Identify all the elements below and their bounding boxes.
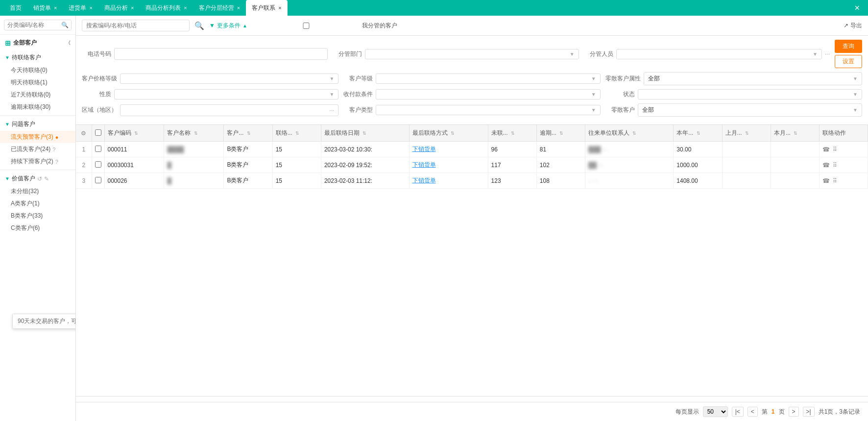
pricelevel-select[interactable]: ▼ (120, 74, 338, 84)
query-button[interactable]: 查询 (835, 40, 862, 53)
sidebar-item-aclass[interactable]: A类客户(1) (0, 198, 75, 210)
sidebar-item-bclass[interactable]: B类客户(33) (0, 210, 75, 222)
sidebar-item-churn-warning[interactable]: 流失预警客户(3) ● (0, 131, 75, 143)
sort-thismonth-icon[interactable]: ⇅ (794, 131, 797, 136)
data-table-container: ⚙ 客户编码 ⇅ 客户名称 ⇅ 客户... ⇅ 联络... ⇅ 最后联络日期 ⇅… (76, 125, 868, 396)
sidebar-item-cclass[interactable]: C类客户(6) (0, 222, 75, 234)
sort-liaison-icon[interactable]: ⇅ (632, 131, 636, 136)
close-productanalysis-icon[interactable]: × (131, 5, 134, 11)
close-customercontact-icon[interactable]: × (278, 5, 281, 11)
sort-contact-icon[interactable]: ⇅ (295, 131, 299, 136)
retailattr-label: 零散客户属性 (605, 74, 641, 83)
manager-more-icon[interactable]: ··· (825, 50, 830, 57)
tab-customercontact[interactable]: 客户联系 × (246, 0, 287, 16)
export-button[interactable]: ↗ 导出 (844, 22, 862, 30)
chevron-down-icon: ▲ (242, 23, 247, 28)
sidebar-item-overdue[interactable]: 逾期未联络(30) (0, 101, 75, 113)
close-purchaseorder-icon[interactable]: × (89, 5, 92, 11)
sidebar-item-tomorrow[interactable]: 明天待联络(1) (0, 76, 75, 89)
horizontal-scrollbar[interactable] (76, 396, 868, 402)
action-more-icon[interactable]: ⠿ (833, 177, 837, 184)
tab-salesorder[interactable]: 销货单 × (27, 0, 63, 16)
sidebar-root[interactable]: ⊞ 全部客户 《 (0, 35, 75, 51)
filter-status: 状态 ▼ (605, 89, 862, 99)
row-checkbox[interactable] (95, 177, 101, 183)
sidebar-item-declining[interactable]: 持续下滑客户(2) ? (0, 155, 75, 168)
more-conditions-btn[interactable]: ▼ 更多条件 ▲ (209, 22, 247, 30)
sidebar-collapse-icon[interactable]: 《 (66, 40, 71, 47)
sort-overdue-icon[interactable]: ⇅ (559, 131, 563, 136)
sort-lastmonth-icon[interactable]: ⇅ (745, 131, 749, 136)
sidebar-item-ungrouped[interactable]: 未分组(32) (0, 185, 75, 198)
region-select[interactable]: ··· (120, 104, 338, 116)
row-checkbox-cell[interactable] (92, 157, 104, 173)
row-checkbox-cell[interactable] (92, 142, 104, 157)
payment-select[interactable]: ▼ (376, 89, 600, 99)
retail-select[interactable]: 全部 ▼ (638, 103, 862, 117)
sidebar-search-area: 🔍 (0, 16, 75, 35)
tab-customertiering[interactable]: 客户分层经营 × (193, 0, 246, 16)
select-all-header[interactable] (92, 125, 104, 142)
sidebar-item-7days[interactable]: 近7天待联络(0) (0, 89, 75, 101)
sort-lastmethod-icon[interactable]: ⇅ (451, 131, 455, 136)
sidebar-group-problem-title[interactable]: ▼ 问题客户 (0, 118, 75, 131)
row-checkbox[interactable] (95, 146, 101, 152)
dept-select[interactable]: ▼ (365, 49, 579, 59)
close-salesorder-icon[interactable]: × (54, 5, 57, 11)
sort-annual-icon[interactable]: ⇅ (697, 131, 700, 136)
page-next-button[interactable]: > (789, 407, 799, 417)
status-select[interactable]: ▼ (638, 89, 862, 99)
sidebar-group-pending-title[interactable]: ▼ 待联络客户 (0, 51, 75, 64)
close-customertiering-icon[interactable]: × (237, 5, 240, 11)
sort-type-icon[interactable]: ⇅ (247, 131, 251, 136)
sidebar-item-churned[interactable]: 已流失客户(24) ? (0, 143, 75, 155)
tab-productanalysislist[interactable]: 商品分析列表 × (140, 0, 193, 16)
settings-gear-header[interactable]: ⚙ (76, 125, 92, 142)
value-edit-icon[interactable]: ✎ (44, 175, 49, 182)
row-checkbox[interactable] (95, 161, 101, 168)
retailattr-select[interactable]: 全部 ▼ (644, 72, 862, 85)
action-chat-icon[interactable]: ☎ (822, 146, 830, 153)
cell-lastdate: 2023-03-02 10:30: (321, 142, 409, 157)
page-last-button[interactable]: >| (803, 407, 815, 417)
sidebar-group-value-title[interactable]: ▼ 价值客户 ↺ ✎ (0, 172, 75, 185)
tab-productanalysis[interactable]: 商品分析 × (98, 0, 140, 16)
action-more-icon[interactable]: ⠿ (833, 162, 837, 169)
window-close-button[interactable]: ✕ (850, 4, 864, 12)
search-button-icon[interactable]: 🔍 (194, 21, 204, 30)
action-chat-icon[interactable]: ☎ (822, 162, 830, 169)
value-refresh-icon[interactable]: ↺ (37, 175, 42, 182)
page-first-button[interactable]: |< (732, 407, 744, 417)
cell-lastmethod: 下销货单 (409, 173, 488, 189)
phone-input[interactable] (114, 48, 328, 60)
page-prev-button[interactable]: < (747, 407, 758, 417)
row-checkbox-cell[interactable] (92, 173, 104, 189)
search-input[interactable] (82, 20, 190, 31)
region-more-icon[interactable]: ··· (329, 107, 334, 114)
settings-button[interactable]: 设置 (835, 55, 862, 68)
last-method-link[interactable]: 下销货单 (412, 177, 436, 184)
sort-unlinkdays-icon[interactable]: ⇅ (511, 131, 515, 136)
per-page-select[interactable]: 50 100 (703, 406, 728, 417)
select-all-checkbox[interactable] (95, 129, 101, 136)
customerlevel-select[interactable]: ▼ (376, 74, 600, 84)
sidebar-item-today[interactable]: 今天待联络(0) (0, 64, 75, 76)
manager-select[interactable]: ▼ (616, 49, 822, 59)
sort-name-icon[interactable]: ⇅ (194, 131, 198, 136)
customertype-select[interactable]: ▼ (376, 105, 600, 115)
tab-purchaseorder[interactable]: 进货单 × (63, 0, 98, 16)
sort-code-icon[interactable]: ⇅ (134, 131, 138, 136)
col-unlinkdays: 未联... ⇅ (488, 125, 536, 142)
my-customers-checkbox-area[interactable]: 我分管的客户 (252, 22, 397, 30)
my-customers-checkbox[interactable] (252, 23, 360, 29)
sort-lastdate-icon[interactable]: ⇅ (362, 131, 366, 136)
last-method-link[interactable]: 下销货单 (412, 161, 436, 168)
tab-home[interactable]: 首页 (4, 4, 27, 12)
gear-icon[interactable]: ⚙ (81, 130, 86, 137)
per-page-label: 每页显示 (675, 408, 699, 416)
close-productanalysislist-icon[interactable]: × (184, 5, 187, 11)
gender-select[interactable]: ▼ (114, 89, 338, 99)
action-more-icon[interactable]: ⠿ (833, 146, 837, 153)
action-chat-icon[interactable]: ☎ (822, 177, 830, 184)
last-method-link[interactable]: 下销货单 (412, 146, 436, 152)
